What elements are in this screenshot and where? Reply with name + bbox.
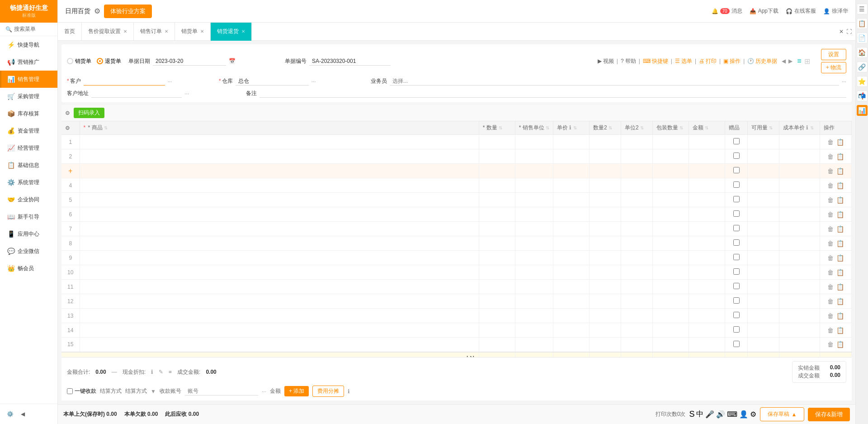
unit2-cell[interactable] <box>621 178 653 193</box>
unit-cell[interactable] <box>515 338 553 352</box>
delete-row-icon[interactable]: 🗑 <box>827 269 834 276</box>
amount-cell[interactable] <box>689 135 725 149</box>
qty-cell[interactable] <box>479 222 515 236</box>
calendar-icon[interactable]: 📅 <box>229 58 236 64</box>
product-cell[interactable] <box>80 323 479 338</box>
unit-cell[interactable] <box>515 236 553 251</box>
unit-cell[interactable] <box>515 207 553 222</box>
discount-info-icon[interactable]: ℹ <box>151 369 153 375</box>
unit-cell[interactable] <box>515 280 553 294</box>
product-cell[interactable] <box>80 251 479 265</box>
zhongwen-icon[interactable]: 中 <box>696 410 703 419</box>
gift-checkbox[interactable] <box>733 297 740 304</box>
copy-row-icon[interactable]: 📋 <box>836 341 844 348</box>
one-click-pay-input[interactable] <box>67 388 73 394</box>
product-cell[interactable] <box>80 135 479 149</box>
qty-cell[interactable] <box>479 135 515 149</box>
pack-cell[interactable] <box>653 193 689 207</box>
qty-cell[interactable] <box>479 280 515 294</box>
account-input[interactable] <box>185 387 258 395</box>
qty2-cell[interactable] <box>590 178 621 193</box>
gift-cell[interactable] <box>725 164 748 178</box>
logistics-btn[interactable]: + 物流 <box>821 62 846 73</box>
product-cell[interactable] <box>80 222 479 236</box>
cost-cell[interactable] <box>779 193 820 207</box>
price-cell[interactable] <box>553 251 590 265</box>
avail-cell[interactable] <box>748 135 779 149</box>
product-cell[interactable] <box>80 265 479 280</box>
amount-cell[interactable] <box>689 309 725 323</box>
copy-row-icon[interactable]: 📋 <box>836 254 844 262</box>
delete-row-icon[interactable]: 🗑 <box>827 196 834 204</box>
delete-row-icon[interactable]: 🗑 <box>827 254 834 262</box>
panel-icon-1[interactable]: ☰ <box>857 4 868 14</box>
settings-tool-icon[interactable]: ⚙ <box>750 410 756 419</box>
table-gear-icon[interactable]: ⚙ <box>65 110 70 116</box>
dropdown-icon[interactable]: ▼ <box>151 388 156 395</box>
gift-checkbox[interactable] <box>733 138 740 144</box>
price-cell[interactable] <box>553 164 590 178</box>
amount-cell[interactable] <box>689 323 725 338</box>
unit2-cell[interactable] <box>621 135 653 149</box>
gift-checkbox[interactable] <box>733 152 740 159</box>
pack-cell[interactable] <box>653 178 689 193</box>
sort-icon[interactable]: ⇅ <box>609 125 612 130</box>
gift-checkbox[interactable] <box>733 239 740 246</box>
qty-cell[interactable] <box>479 265 515 280</box>
delete-row-icon[interactable]: 🗑 <box>827 138 834 146</box>
delete-row-icon[interactable]: 🗑 <box>827 153 834 160</box>
gift-cell[interactable] <box>725 236 748 251</box>
cost-cell[interactable] <box>779 149 820 164</box>
salesperson-input[interactable] <box>390 77 839 86</box>
qty2-cell[interactable] <box>590 265 621 280</box>
print-btn[interactable]: 🖨 打印 <box>699 57 717 65</box>
amount-cell[interactable] <box>689 236 725 251</box>
select-btn[interactable]: ☰ 选单 <box>675 57 692 65</box>
gift-cell[interactable] <box>725 207 748 222</box>
amount-cell[interactable] <box>689 294 725 309</box>
microphone-icon[interactable]: 🎤 <box>705 410 714 419</box>
product-cell[interactable] <box>80 309 479 323</box>
qty-cell[interactable] <box>479 236 515 251</box>
unit2-cell[interactable] <box>621 149 653 164</box>
customer-input[interactable] <box>84 77 165 86</box>
product-cell[interactable] <box>80 193 479 207</box>
settings-bottom-icon[interactable]: ⚙️ <box>4 408 16 420</box>
unit2-cell[interactable] <box>621 323 653 338</box>
avail-cell[interactable] <box>748 222 779 236</box>
salesperson-more-icon[interactable]: ··· <box>842 78 846 85</box>
panel-icon-7[interactable]: 📬 <box>857 91 868 101</box>
notification-item[interactable]: 🔔 70 消息 <box>712 7 742 15</box>
qty-cell[interactable] <box>479 193 515 207</box>
delete-row-icon[interactable]: 🗑 <box>827 341 834 348</box>
fee-info-icon[interactable]: ℹ <box>348 388 350 395</box>
qty-cell[interactable] <box>479 323 515 338</box>
price-cell[interactable] <box>553 193 590 207</box>
qty2-cell[interactable] <box>590 222 621 236</box>
avail-cell[interactable] <box>748 236 779 251</box>
delete-row-icon[interactable]: 🗑 <box>827 298 834 305</box>
gift-checkbox[interactable] <box>733 225 740 231</box>
tab-sales-return[interactable]: 销货退货 ✕ <box>211 23 252 41</box>
cost-cell[interactable] <box>779 251 820 265</box>
save-new-btn[interactable]: 保存&新增 <box>808 408 850 421</box>
amount-cell[interactable] <box>689 207 725 222</box>
warehouse-input[interactable] <box>236 77 309 86</box>
gift-checkbox[interactable] <box>733 268 740 275</box>
qty2-cell[interactable] <box>590 193 621 207</box>
price-cell[interactable] <box>553 323 590 338</box>
tab-close-icon[interactable]: ✕ <box>200 29 204 34</box>
delete-row-icon[interactable]: 🗑 <box>827 167 834 175</box>
one-click-pay-checkbox[interactable]: 一键收款 <box>67 387 96 395</box>
gift-cell[interactable] <box>725 149 748 164</box>
cost-cell[interactable] <box>779 178 820 193</box>
gift-cell[interactable] <box>725 193 748 207</box>
avail-cell[interactable] <box>748 338 779 352</box>
product-input[interactable] <box>84 168 475 174</box>
sidebar-item-guide[interactable]: 📖 新手引导 <box>0 208 57 225</box>
sidebar-item-member[interactable]: 👑 畅会员 <box>0 260 57 277</box>
unit2-cell[interactable] <box>621 193 653 207</box>
price-cell[interactable] <box>553 149 590 164</box>
qty2-cell[interactable] <box>590 309 621 323</box>
shortcut-btn[interactable]: ⌨ 快捷键 <box>643 57 668 65</box>
